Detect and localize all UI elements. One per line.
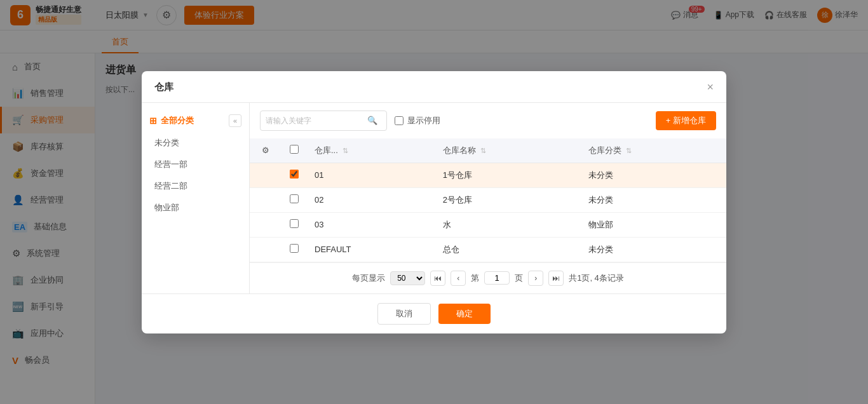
table-toolbar: 🔍 显示停用 + 新增仓库 [250, 103, 726, 138]
page-suffix-label: 页 [515, 273, 523, 284]
row-checkbox-cell [281, 163, 307, 187]
category-sort-icon: ⇅ [626, 147, 632, 154]
category-col-label: 仓库分类 [588, 145, 621, 155]
page-prefix-label: 第 [471, 273, 479, 284]
row-name: 2号仓库 [435, 187, 581, 212]
row-settings [250, 163, 281, 187]
row-settings [250, 237, 281, 262]
row-num: 02 [307, 187, 435, 212]
table-panel: 🔍 显示停用 + 新增仓库 ⚙ [250, 103, 726, 293]
row-checkbox[interactable] [290, 244, 299, 253]
table-row[interactable]: 01 1号仓库 未分类 [250, 163, 726, 187]
row-checkbox-cell [281, 237, 307, 262]
modal-footer: 取消 确定 [142, 293, 726, 333]
table-scroll: ⚙ 仓库... ⇅ 仓库名称 ⇅ [250, 138, 726, 262]
row-name: 水 [435, 212, 581, 237]
modal-header: 仓库 × [142, 71, 726, 103]
tree-item-dept1[interactable]: 经营一部 [142, 154, 249, 175]
last-page-button[interactable]: ⏭ [548, 271, 564, 286]
row-category: 未分类 [581, 237, 726, 262]
warehouse-table: ⚙ 仓库... ⇅ 仓库名称 ⇅ [250, 138, 726, 262]
row-checkbox-cell [281, 212, 307, 237]
row-category: 未分类 [581, 163, 726, 187]
all-category-btn[interactable]: ⊞ 全部分类 [149, 115, 194, 126]
row-category: 物业部 [581, 212, 726, 237]
code-col-header: 仓库... ⇅ [307, 138, 435, 163]
tree-item-property[interactable]: 物业部 [142, 197, 249, 219]
name-col-header: 仓库名称 ⇅ [435, 138, 581, 163]
row-num: 03 [307, 212, 435, 237]
table-body: 01 1号仓库 未分类 02 2号仓库 未分类 [250, 163, 726, 262]
search-box: 🔍 [260, 111, 387, 131]
row-num: DEFAULT [307, 237, 435, 262]
row-settings [250, 187, 281, 212]
grid-icon: ⊞ [149, 116, 157, 126]
row-checkbox[interactable] [290, 194, 299, 203]
settings-col-header: ⚙ [250, 138, 281, 163]
code-col-label: 仓库... [315, 145, 338, 155]
modal-title: 仓库 [154, 81, 173, 93]
tree-item-unclassified[interactable]: 未分类 [142, 132, 249, 154]
code-sort-icon: ⇅ [342, 147, 348, 154]
modal-body: ⊞ 全部分类 « 未分类 经营一部 经营二部 物业部 🔍 [142, 103, 726, 293]
tree-collapse-button[interactable]: « [229, 114, 241, 127]
search-input[interactable] [266, 116, 367, 125]
tree-panel: ⊞ 全部分类 « 未分类 经营一部 经营二部 物业部 [142, 103, 250, 293]
next-page-button[interactable]: › [528, 271, 543, 286]
row-num: 01 [307, 163, 435, 187]
per-page-label: 每页显示 [352, 273, 385, 284]
first-page-button[interactable]: ⏮ [430, 271, 445, 286]
search-icon[interactable]: 🔍 [367, 116, 377, 125]
prev-page-button[interactable]: ‹ [451, 271, 466, 286]
row-category: 未分类 [581, 187, 726, 212]
per-page-select[interactable]: 50 100 [390, 271, 425, 285]
table-row[interactable]: 02 2号仓库 未分类 [250, 187, 726, 212]
name-sort-icon: ⇅ [480, 147, 486, 154]
checkbox-col-header [281, 138, 307, 163]
row-name: 总仓 [435, 237, 581, 262]
add-warehouse-button[interactable]: + 新增仓库 [656, 111, 716, 130]
page-number-input[interactable] [484, 271, 510, 285]
close-icon[interactable]: × [707, 81, 714, 93]
show-disabled-checkbox[interactable] [395, 116, 403, 125]
select-all-checkbox[interactable] [290, 145, 299, 154]
row-checkbox[interactable] [290, 219, 299, 228]
tree-header: ⊞ 全部分类 « [142, 111, 249, 132]
total-label: 共1页, 4条记录 [569, 273, 624, 284]
row-checkbox-cell [281, 187, 307, 212]
warehouse-modal: 仓库 × ⊞ 全部分类 « 未分类 经营一部 经营二部 物业部 [142, 71, 726, 333]
tree-item-dept2[interactable]: 经营二部 [142, 175, 249, 197]
confirm-button[interactable]: 确定 [438, 304, 491, 324]
all-category-label: 全部分类 [161, 115, 194, 126]
table-row[interactable]: DEFAULT 总仓 未分类 [250, 237, 726, 262]
pagination: 每页显示 50 100 ⏮ ‹ 第 页 › ⏭ 共1页, 4条记录 [250, 262, 726, 293]
show-disabled-label: 显示停用 [407, 115, 440, 126]
table-row[interactable]: 03 水 物业部 [250, 212, 726, 237]
row-settings [250, 212, 281, 237]
cancel-button[interactable]: 取消 [377, 303, 431, 325]
table-header: ⚙ 仓库... ⇅ 仓库名称 ⇅ [250, 138, 726, 163]
modal-overlay: 仓库 × ⊞ 全部分类 « 未分类 经营一部 经营二部 物业部 [0, 0, 868, 404]
show-disabled-toggle[interactable]: 显示停用 [395, 115, 440, 126]
name-col-label: 仓库名称 [443, 145, 476, 155]
row-checkbox[interactable] [290, 170, 299, 178]
row-name: 1号仓库 [435, 163, 581, 187]
category-col-header: 仓库分类 ⇅ [581, 138, 726, 163]
